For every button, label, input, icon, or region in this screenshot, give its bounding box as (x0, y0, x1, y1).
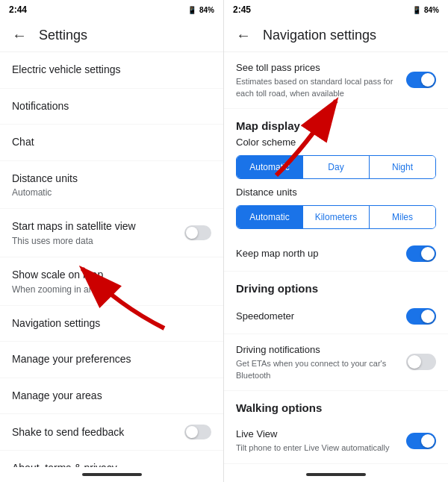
settings-item-electric[interactable]: Electric vehicle settings (0, 52, 223, 89)
settings-item-areas[interactable]: Manage your areas (0, 378, 223, 415)
battery-text: 84% (199, 6, 214, 14)
toggle-speedometer[interactable] (406, 308, 436, 325)
settings-item-distance[interactable]: Distance unitsAutomatic (0, 161, 223, 210)
right-settings-list: See toll pass prices Estimates based on … (224, 52, 448, 467)
left-page-title: Settings (39, 28, 87, 43)
settings-item-title-satellite: Start maps in satellite view (12, 219, 184, 234)
left-header: ← Settings (0, 19, 223, 52)
setting-subtitle-live_view: Tilt phone to enter Live View automatica… (236, 442, 406, 454)
btn-distance_units-kilometers[interactable]: Kilometers (302, 206, 369, 228)
settings-item-content-shake: Shake to send feedback (12, 425, 184, 440)
setting-title-speedometer: Speedometer (236, 310, 406, 323)
settings-item-title-preferences: Manage your preferences (12, 352, 211, 367)
right-header: ← Navigation settings (224, 19, 448, 52)
settings-item-content-scale: Show scale on mapWhen zooming in and out (12, 268, 211, 295)
setting-subtitle-driving_notifications: Get ETAs when you connect to your car's … (236, 358, 406, 381)
setting-title-north_up: Keep map north up (236, 247, 406, 260)
setting-row-speedometer: Speedometer (224, 299, 448, 334)
btn-color_scheme-day[interactable]: Day (302, 156, 369, 178)
left-back-button[interactable]: ← (12, 27, 27, 44)
right-panel: 2:45 📱 84% ← Navigation settings See tol… (224, 0, 448, 482)
settings-item-toggle-satellite[interactable] (184, 225, 211, 240)
settings-item-title-chat: Chat (12, 135, 211, 150)
left-bottom-bar (82, 473, 142, 476)
setting-row-live_view: Live ViewTilt phone to enter Live View a… (224, 419, 448, 464)
settings-item-subtitle-satellite: This uses more data (12, 236, 184, 246)
toll-setting-row: See toll pass prices Estimates based on … (224, 52, 448, 109)
left-status-bar: 2:44 📱 84% (0, 0, 223, 19)
right-page-title: Navigation settings (263, 28, 376, 43)
whatsapp-icon: 📱 (187, 6, 196, 14)
setting-content-live_view: Live ViewTilt phone to enter Live View a… (236, 428, 406, 454)
right-bottom-bar (306, 473, 366, 476)
settings-item-title-notifications: Notifications (12, 99, 211, 114)
right-battery-text: 84% (424, 6, 439, 14)
btn-distance_units-automatic[interactable]: Automatic (237, 206, 302, 228)
section-title-driving_options: Driving options (224, 272, 448, 299)
settings-item-notifications[interactable]: Notifications (0, 89, 223, 125)
section-title-map_display: Map display (224, 109, 448, 137)
settings-item-title-electric: Electric vehicle settings (12, 63, 211, 78)
button-group-distance_units: AutomaticKilometersMiles (236, 205, 436, 229)
label-color_scheme: Color scheme (224, 137, 448, 151)
settings-item-subtitle-distance: Automatic (12, 187, 211, 198)
settings-item-shake[interactable]: Shake to send feedback (0, 414, 223, 451)
right-status-icons-text: 📱 (412, 6, 421, 14)
settings-item-about[interactable]: About, terms & privacy (0, 451, 223, 467)
settings-list: Electric vehicle settingsNotificationsCh… (0, 52, 223, 467)
left-time: 2:44 (9, 4, 27, 15)
settings-item-content-navigation: Navigation settings (12, 316, 211, 331)
toll-toggle[interactable] (406, 72, 436, 88)
setting-row-north_up: Keep map north up (224, 237, 448, 272)
setting-content-speedometer: Speedometer (236, 310, 406, 323)
settings-item-scale[interactable]: Show scale on mapWhen zooming in and out (0, 257, 223, 306)
settings-item-content-distance: Distance unitsAutomatic (12, 172, 211, 198)
setting-title-live_view: Live View (236, 428, 406, 441)
settings-item-satellite[interactable]: Start maps in satellite viewThis uses mo… (0, 209, 223, 257)
btn-distance_units-miles[interactable]: Miles (369, 206, 435, 228)
right-status-icons: 📱 84% (412, 6, 439, 14)
right-time: 2:45 (233, 4, 251, 15)
label-distance_units: Distance units (224, 187, 448, 201)
settings-item-subtitle-scale: When zooming in and out (12, 284, 211, 295)
settings-item-title-navigation: Navigation settings (12, 316, 211, 331)
settings-item-title-scale: Show scale on map (12, 268, 211, 283)
settings-item-content-chat: Chat (12, 135, 211, 150)
settings-item-content-preferences: Manage your preferences (12, 352, 211, 367)
left-status-icons: 📱 84% (187, 6, 214, 14)
settings-item-content-notifications: Notifications (12, 99, 211, 114)
settings-item-chat[interactable]: Chat (0, 125, 223, 161)
toggle-driving_notifications[interactable] (406, 354, 436, 370)
toggle-north_up[interactable] (406, 245, 436, 262)
setting-content-driving_notifications: Driving notificationsGet ETAs when you c… (236, 343, 406, 381)
toll-content: See toll pass prices Estimates based on … (236, 61, 406, 99)
setting-title-driving_notifications: Driving notifications (236, 343, 406, 357)
setting-row-driving_notifications: Driving notificationsGet ETAs when you c… (224, 334, 448, 391)
setting-content-north_up: Keep map north up (236, 247, 406, 260)
button-group-color_scheme: AutomaticDayNight (236, 155, 436, 179)
btn-color_scheme-night[interactable]: Night (369, 156, 435, 178)
settings-item-toggle-shake[interactable] (184, 425, 211, 439)
settings-item-title-shake: Shake to send feedback (12, 425, 184, 440)
toll-subtitle: Estimates based on standard local pass f… (236, 76, 406, 99)
settings-item-title-about: About, terms & privacy (12, 461, 211, 467)
settings-item-content-about: About, terms & privacy (12, 461, 211, 467)
right-back-button[interactable]: ← (236, 27, 251, 44)
btn-color_scheme-automatic[interactable]: Automatic (237, 156, 302, 178)
settings-item-title-areas: Manage your areas (12, 389, 211, 404)
settings-item-content-electric: Electric vehicle settings (12, 63, 211, 78)
right-status-bar: 2:45 📱 84% (224, 0, 448, 19)
toll-title: See toll pass prices (236, 61, 406, 75)
left-panel: 2:44 📱 84% ← Settings Electric vehicle s… (0, 0, 224, 482)
settings-item-title-distance: Distance units (12, 172, 211, 187)
section-title-walking_options: Walking options (224, 391, 448, 419)
settings-item-preferences[interactable]: Manage your preferences (0, 342, 223, 378)
settings-item-navigation[interactable]: Navigation settings (0, 306, 223, 342)
toggle-live_view[interactable] (406, 433, 436, 449)
settings-item-content-satellite: Start maps in satellite viewThis uses mo… (12, 219, 184, 246)
settings-item-content-areas: Manage your areas (12, 389, 211, 404)
